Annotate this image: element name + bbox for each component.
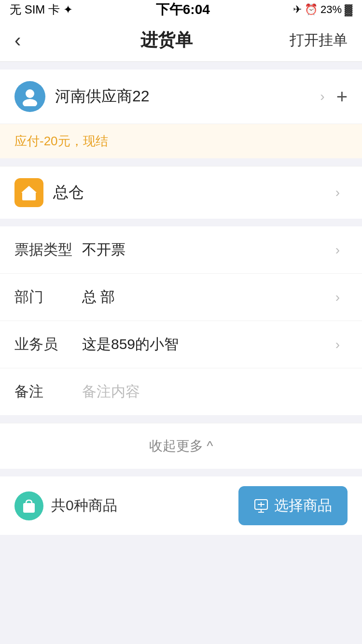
supplier-row[interactable]: 河南供应商22 › + [0,70,362,124]
back-button[interactable]: ‹ [14,29,43,51]
svg-marker-3 [21,186,37,193]
department-label: 部门 [14,287,82,307]
bottom-bar: 共0种商品 选择商品 [0,476,362,535]
remark-placeholder: 备注内容 [82,382,348,402]
supplier-name: 河南供应商22 [55,86,320,107]
notice-banner: 应付-20元，现结 [0,124,362,158]
user-icon [20,87,40,106]
collapse-label: 收起更多 ^ [149,438,213,453]
department-row[interactable]: 部门 总 部 › [0,274,362,321]
warehouse-name: 总仓 [53,182,335,203]
select-product-icon [254,499,268,513]
invoice-type-row[interactable]: 票据类型 不开票 › [0,226,362,274]
warehouse-card: 总仓 › [0,166,362,219]
status-time: 下午6:04 [156,0,210,19]
sim-status: 无 SIM 卡 ✦ [10,2,73,17]
invoice-type-value: 不开票 [82,240,335,260]
open-pending-button[interactable]: 打开挂单 [290,30,348,50]
svg-rect-5 [23,503,35,513]
salesperson-label: 业务员 [14,335,82,354]
supplier-chevron-icon: › [320,89,324,104]
warehouse-chevron-icon: › [335,185,340,200]
salesperson-value: 这是859的小智 [82,335,335,354]
svg-point-1 [23,99,37,106]
invoice-type-chevron-icon: › [335,242,340,258]
page-rest [0,535,362,644]
product-bag-icon [14,491,43,520]
select-product-button[interactable]: 选择商品 [238,486,348,525]
remark-label: 备注 [14,382,82,402]
battery-label: 23% [320,3,342,16]
status-bar: 无 SIM 卡 ✦ 下午6:04 ✈ ⏰ 23% ▓ [0,0,362,19]
salesperson-row[interactable]: 业务员 这是859的小智 › [0,321,362,368]
department-chevron-icon: › [335,290,340,305]
form-card: 票据类型 不开票 › 部门 总 部 › 业务员 这是859的小智 › 备注 备注… [0,226,362,415]
battery-icon: ▓ [345,3,352,16]
svg-rect-4 [27,196,31,200]
product-count: 共0种商品 [51,496,117,516]
warehouse-row[interactable]: 总仓 › [0,166,362,219]
warehouse-building-icon [20,184,38,201]
select-product-label: 选择商品 [274,496,332,516]
status-left: 无 SIM 卡 ✦ [10,2,73,17]
salesperson-chevron-icon: › [335,337,340,352]
page-title: 进货单 [140,28,193,52]
content-area: 河南供应商22 › + 应付-20元，现结 总仓 › 票据类型 不开票 › [0,70,362,644]
warehouse-icon [14,178,43,207]
supplier-card: 河南供应商22 › + 应付-20元，现结 [0,70,362,158]
nav-bar: ‹ 进货单 打开挂单 [0,19,362,62]
add-supplier-button[interactable]: + [336,86,348,108]
alarm-icon: ⏰ [305,3,318,16]
department-value: 总 部 [82,287,335,307]
location-icon: ✈ [293,3,302,16]
status-right: ✈ ⏰ 23% ▓ [293,3,352,16]
shopping-bag-icon [20,497,38,515]
remark-row[interactable]: 备注 备注内容 [0,368,362,415]
collapse-bar[interactable]: 收起更多 ^ [0,423,362,469]
svg-point-0 [26,89,34,98]
supplier-avatar [14,81,45,112]
invoice-type-label: 票据类型 [14,240,82,260]
